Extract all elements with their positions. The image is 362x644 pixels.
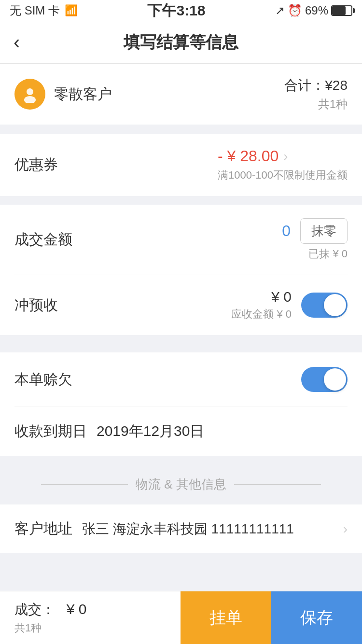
location-icon: ↗ [275, 4, 285, 17]
carrier-label: 无 SIM 卡 [10, 3, 60, 18]
prepayment-receivable: 应收金额 ¥ 0 [231, 307, 292, 322]
divider-1 [0, 125, 362, 134]
customer-avatar [14, 79, 45, 110]
coupon-chevron-icon: › [283, 149, 288, 164]
address-label: 客户地址 [14, 519, 72, 539]
prepayment-label: 冲预收 [14, 295, 58, 315]
hold-button-label: 挂单 [209, 607, 242, 629]
nav-bar: ‹ 填写结算等信息 [0, 21, 362, 64]
bottom-info: 成交： ¥ 0 共1种 [0, 601, 181, 635]
customer-name: 零散客户 [54, 84, 112, 104]
logistics-header-text: 物流 & 其他信息 [14, 476, 348, 493]
divider-4 [0, 456, 362, 464]
bottom-deal-label: 成交： [14, 602, 55, 617]
bottom-count: 共1种 [14, 621, 166, 635]
address-row[interactable]: 客户地址 张三 海淀永丰科技园 11111111111 › [14, 504, 348, 553]
prepayment-amount: ¥ 0 [231, 289, 292, 305]
already-rounded-label: 已抹 ¥ 0 [282, 247, 348, 261]
credit-label: 本单赊欠 [14, 370, 72, 390]
save-button[interactable]: 保存 [271, 591, 362, 644]
content-area: 零散客户 合计：¥28 共1种 优惠券 - ¥ 28.00 › 满1000-10… [0, 64, 362, 644]
coupon-amount: - ¥ 28.00 [218, 147, 278, 165]
save-button-label: 保存 [300, 607, 333, 629]
svg-point-1 [24, 96, 36, 103]
customer-count: 共1种 [284, 97, 348, 112]
back-button[interactable]: ‹ [14, 31, 20, 53]
customer-total: 合计：¥28 [284, 76, 348, 95]
alarm-icon: ⏰ [288, 4, 302, 17]
customer-row: 零散客户 合计：¥28 共1种 [0, 64, 362, 125]
transaction-row: 成交金额 0 抹零 已抹 ¥ 0 [14, 205, 348, 275]
transaction-section: 成交金额 0 抹零 已抹 ¥ 0 冲预收 ¥ 0 应收金额 ¥ 0 [0, 205, 362, 335]
customer-section: 零散客户 合计：¥28 共1种 [0, 64, 362, 125]
status-bar: 无 SIM 卡 📶 下午3:18 ↗ ⏰ 69% [0, 0, 362, 21]
customer-left: 零散客户 [14, 79, 112, 110]
address-value: 张三 海淀永丰科技园 11111111111 [82, 520, 343, 538]
coupon-label: 优惠券 [14, 155, 58, 175]
coupon-desc: 满1000-100不限制使用金额 [218, 168, 348, 182]
due-date-label: 收款到期日 [14, 421, 87, 441]
divider-3 [0, 335, 362, 344]
coupon-row[interactable]: 优惠券 - ¥ 28.00 › 满1000-100不限制使用金额 [0, 134, 362, 196]
transaction-value[interactable]: 0 [282, 222, 291, 240]
credit-toggle[interactable] [301, 367, 348, 392]
status-bar-time: 下午3:18 [147, 1, 205, 21]
divider-2 [0, 196, 362, 205]
address-section[interactable]: 客户地址 张三 海淀永丰科技园 11111111111 › [0, 504, 362, 553]
bottom-deal-amount: ¥ 0 [67, 601, 87, 617]
bottom-deal-row: 成交： ¥ 0 [14, 601, 166, 619]
prepayment-toggle[interactable] [301, 293, 348, 318]
svg-point-0 [27, 88, 33, 95]
credit-row: 本单赊欠 [14, 352, 348, 407]
battery-label: 69% [305, 4, 328, 17]
prepayment-amount-block: ¥ 0 应收金额 ¥ 0 [231, 289, 292, 322]
transaction-input-row: 0 抹零 [282, 218, 348, 244]
coupon-amount-row: - ¥ 28.00 › [218, 147, 348, 165]
transaction-label: 成交金额 [14, 230, 72, 250]
credit-section: 本单赊欠 收款到期日 2019年12月30日 [0, 352, 362, 456]
due-date-row: 收款到期日 2019年12月30日 [14, 407, 348, 456]
wifi-icon: 📶 [65, 4, 78, 17]
customer-right: 合计：¥28 共1种 [284, 76, 348, 112]
logistics-header: 物流 & 其他信息 [0, 464, 362, 504]
round-off-button[interactable]: 抹零 [300, 218, 348, 244]
coupon-right: - ¥ 28.00 › 满1000-100不限制使用金额 [218, 147, 348, 182]
bottom-bar: 成交： ¥ 0 共1种 挂单 保存 [0, 591, 362, 644]
status-bar-left: 无 SIM 卡 📶 [10, 3, 78, 18]
battery-icon [331, 5, 352, 16]
coupon-section[interactable]: 优惠券 - ¥ 28.00 › 满1000-100不限制使用金额 [0, 134, 362, 196]
prepayment-row: 冲预收 ¥ 0 应收金额 ¥ 0 [14, 275, 348, 335]
page-title: 填写结算等信息 [124, 31, 238, 54]
hold-button[interactable]: 挂单 [181, 591, 271, 644]
prepayment-right: ¥ 0 应收金额 ¥ 0 [231, 289, 348, 322]
status-bar-right: ↗ ⏰ 69% [275, 4, 352, 17]
due-date-value: 2019年12月30日 [97, 421, 204, 441]
transaction-right: 0 抹零 已抹 ¥ 0 [282, 218, 348, 261]
address-chevron-icon: › [343, 521, 348, 537]
toggle-knob [324, 294, 346, 316]
credit-toggle-knob [324, 368, 346, 391]
logistics-label: 物流 & 其他信息 [136, 476, 226, 493]
